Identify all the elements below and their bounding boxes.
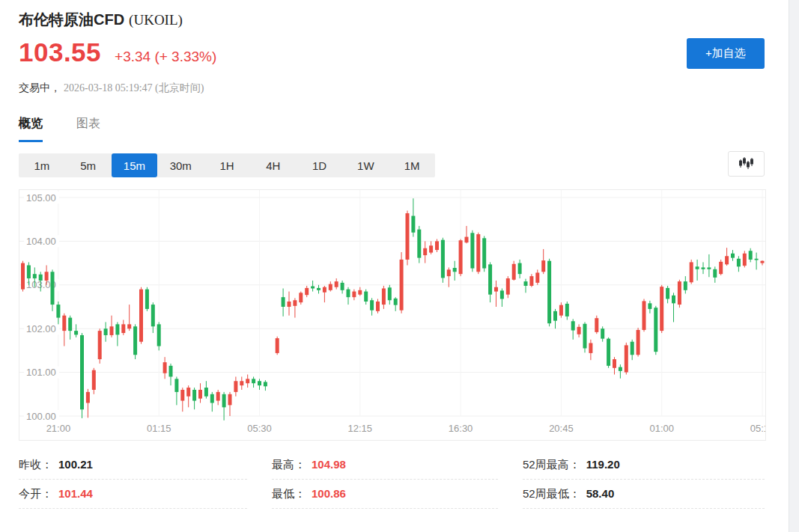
svg-text:101.00: 101.00 — [26, 367, 56, 378]
stat-row: 52周最高：119.20 — [523, 450, 765, 480]
interval-button-30m[interactable]: 30m — [157, 153, 204, 177]
tab-chart[interactable]: 图表 — [76, 116, 100, 142]
interval-button-4H[interactable]: 4H — [250, 153, 297, 177]
stat-label: 52周最高： — [523, 458, 580, 472]
page-edge-divider — [789, 0, 799, 532]
candlestick-canvas[interactable]: 105.00104.00103.00102.00101.00100.0021:0… — [19, 190, 765, 440]
instrument-name: 布伦特原油CFD — [19, 11, 124, 28]
svg-text:105.00: 105.00 — [26, 192, 56, 204]
svg-text:05:30: 05:30 — [247, 423, 272, 434]
trading-status-row: 交易中，2026-03-18 05:19:47 (北京时间) — [19, 82, 204, 95]
stat-row: 今开：101.44 — [19, 480, 247, 509]
stat-value: 100.21 — [58, 458, 93, 471]
interval-button-1D[interactable]: 1D — [297, 153, 343, 177]
interval-button-1m[interactable]: 1m — [19, 153, 65, 177]
chart-type-button[interactable] — [728, 151, 765, 177]
quote-page: 布伦特原油CFD(UKOIL) +加自选 103.55 +3.34 (+ 3.3… — [0, 0, 799, 532]
stat-label: 52周最低： — [523, 487, 580, 501]
stat-row: 最高：104.98 — [272, 450, 498, 480]
stat-label: 今开： — [19, 487, 52, 501]
overview-chart-tabs: 概览图表 — [19, 116, 100, 142]
price-chart[interactable]: 105.00104.00103.00102.00101.00100.0021:0… — [19, 189, 766, 441]
quote-stats: 昨收：100.21今开：101.44最高：104.98最低：100.8652周最… — [19, 450, 765, 509]
stat-value: 58.40 — [586, 487, 615, 500]
candlestick-icon — [738, 156, 755, 172]
stat-value: 101.44 — [58, 487, 93, 500]
stats-column: 52周最高：119.2052周最低：58.40 — [523, 450, 765, 509]
svg-text:100.00: 100.00 — [26, 411, 56, 422]
svg-text:12:15: 12:15 — [348, 423, 373, 434]
svg-text:05:15: 05:15 — [750, 423, 765, 434]
stat-value: 119.20 — [586, 458, 620, 471]
stat-label: 昨收： — [19, 458, 52, 472]
stat-label: 最低： — [272, 487, 306, 501]
svg-text:01:00: 01:00 — [649, 423, 674, 434]
stat-row: 52周最低：58.40 — [523, 480, 765, 509]
interval-button-5m[interactable]: 5m — [65, 153, 112, 177]
trading-status: 交易中， — [19, 82, 61, 94]
quote-timestamp: 2026-03-18 05:19:47 (北京时间) — [64, 82, 204, 94]
interval-button-1M[interactable]: 1M — [389, 153, 435, 177]
price-change: +3.34 (+ 3.33%) — [115, 49, 216, 65]
page-title: 布伦特原油CFD(UKOIL) — [19, 10, 183, 30]
stat-row: 昨收：100.21 — [19, 450, 247, 480]
last-price: 103.55 — [19, 37, 101, 67]
change-percent: (+ 3.33%) — [154, 49, 216, 64]
svg-text:21:00: 21:00 — [46, 423, 71, 434]
stats-column: 最高：104.98最低：100.86 — [272, 450, 498, 509]
stat-label: 最高： — [272, 458, 306, 472]
svg-text:16:30: 16:30 — [449, 423, 473, 434]
stats-column: 昨收：100.21今开：101.44 — [19, 450, 247, 509]
interval-button-15m[interactable]: 15m — [112, 153, 158, 177]
interval-toolbar: 1m5m15m30m1H4H1D1W1M — [19, 153, 435, 177]
change-value: +3.34 — [115, 49, 151, 64]
stat-value: 100.86 — [312, 487, 346, 500]
svg-text:104.00: 104.00 — [26, 236, 56, 247]
tab-overview[interactable]: 概览 — [19, 116, 43, 142]
svg-text:01:15: 01:15 — [147, 423, 171, 434]
instrument-symbol: (UKOIL) — [129, 12, 183, 28]
add-watchlist-button[interactable]: +加自选 — [687, 38, 765, 69]
stat-value: 104.98 — [312, 458, 346, 471]
interval-button-1W[interactable]: 1W — [342, 153, 389, 177]
price-row: 103.55 +3.34 (+ 3.33%) — [19, 37, 216, 67]
stat-row: 最低：100.86 — [272, 480, 498, 509]
svg-text:20:45: 20:45 — [549, 423, 574, 434]
interval-button-1H[interactable]: 1H — [204, 153, 250, 177]
svg-text:102.00: 102.00 — [26, 323, 56, 334]
